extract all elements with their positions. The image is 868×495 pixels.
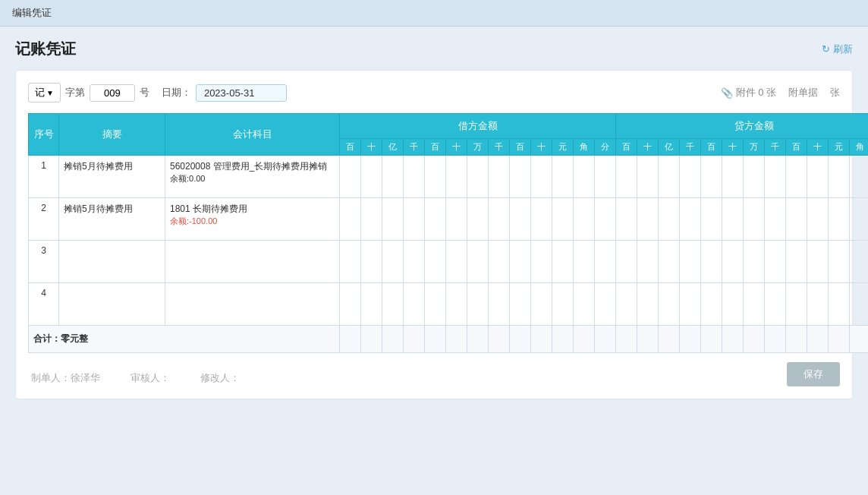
debit-d12: 角 xyxy=(574,139,595,156)
row3-summary[interactable] xyxy=(59,241,165,283)
table-row: 2 摊销5月待摊费用 1801 长期待摊费用 余额:-100.00 xyxy=(29,198,869,241)
row2-summary[interactable]: 摊销5月待摊费用 xyxy=(59,198,165,241)
title-bar: 编辑凭证 xyxy=(0,0,868,27)
debit-d11: 元 xyxy=(552,139,574,156)
row4-summary[interactable] xyxy=(59,283,165,326)
refresh-button[interactable]: ↻ 刷新 xyxy=(822,43,853,56)
row4-seq: 4 xyxy=(29,283,59,326)
date-group: 日期： xyxy=(162,84,287,102)
credit-d2: 十 xyxy=(637,139,659,156)
row3-account[interactable] xyxy=(165,241,340,283)
debit-d8: 千 xyxy=(489,139,510,156)
debit-d1: 百 xyxy=(340,139,361,156)
modifier-label: 修改人： xyxy=(200,371,240,385)
row1-seq: 1 xyxy=(29,156,59,198)
date-label: 日期： xyxy=(162,86,191,99)
save-button[interactable]: 保存 xyxy=(787,362,840,386)
attach-doc-label: 附单据 xyxy=(788,86,818,99)
row2-seq: 2 xyxy=(29,198,59,241)
credit-d8: 千 xyxy=(765,139,786,156)
debit-d3: 亿 xyxy=(382,139,404,156)
paperclip-icon: 📎 xyxy=(721,87,733,99)
debit-d13: 分 xyxy=(595,139,616,156)
row4-account[interactable] xyxy=(165,283,340,326)
main-content: 记账凭证 ↻ 刷新 记 ▼ 字第 号 日期： 📎 xyxy=(0,27,868,495)
debit-d7: 万 xyxy=(467,139,489,156)
credit-d4: 千 xyxy=(680,139,701,156)
voucher-table: 序号 摘要 会计科目 借方金额 贷方金额 百 十 亿 千 百 十 万 千 百 十 xyxy=(28,113,868,353)
header-account: 会计科目 xyxy=(165,114,340,156)
credit-d11: 元 xyxy=(829,139,850,156)
zhang-label: 张 xyxy=(830,86,840,99)
voucher-card: 记 ▼ 字第 号 日期： 📎 附件 0 张 附单据 张 xyxy=(15,70,853,399)
credit-d7: 万 xyxy=(744,139,765,156)
maker-label: 制单人：徐泽华 xyxy=(31,371,100,385)
table-row: 4 xyxy=(29,283,869,326)
type-group: 记 ▼ 字第 号 xyxy=(28,83,149,102)
chevron-down-icon: ▼ xyxy=(46,89,54,97)
debit-d2: 十 xyxy=(361,139,382,156)
debit-d4: 千 xyxy=(404,139,425,156)
debit-d9: 百 xyxy=(510,139,531,156)
row2-account[interactable]: 1801 长期待摊费用 余额:-100.00 xyxy=(165,198,340,241)
date-input[interactable] xyxy=(196,84,287,102)
credit-d12: 角 xyxy=(850,139,868,156)
total-row: 合计：零元整 xyxy=(29,326,869,353)
page-header: 记账凭证 ↻ 刷新 xyxy=(15,39,853,59)
debit-d6: 十 xyxy=(446,139,467,156)
zi-label: 字第 xyxy=(65,86,85,99)
header-seq: 序号 xyxy=(29,114,59,156)
title-bar-label: 编辑凭证 xyxy=(12,7,52,18)
header-summary: 摘要 xyxy=(59,114,165,156)
form-row: 记 ▼ 字第 号 日期： 📎 附件 0 张 附单据 张 xyxy=(28,83,840,102)
refresh-icon: ↻ xyxy=(822,43,830,55)
number-input[interactable] xyxy=(90,84,135,102)
debit-d10: 十 xyxy=(531,139,552,156)
header-debit: 借方金额 xyxy=(340,114,616,139)
credit-d6: 十 xyxy=(722,139,744,156)
row1-summary[interactable]: 摊销5月待摊费用 xyxy=(59,156,165,198)
credit-d5: 百 xyxy=(701,139,722,156)
credit-d1: 百 xyxy=(616,139,637,156)
attachment-link[interactable]: 📎 附件 0 张 xyxy=(721,86,776,99)
auditor-label: 审核人： xyxy=(131,371,170,385)
row1-account[interactable]: 56020008 管理费用_长期待摊费用摊销 余额:0.00 xyxy=(165,156,340,198)
header-credit: 贷方金额 xyxy=(616,114,868,139)
credit-d9: 百 xyxy=(786,139,807,156)
total-label: 合计：零元整 xyxy=(29,326,340,353)
page-title: 记账凭证 xyxy=(15,39,76,59)
footer-row: 制单人：徐泽华 审核人： 修改人： xyxy=(28,364,243,385)
debit-d5: 百 xyxy=(425,139,446,156)
credit-d10: 十 xyxy=(807,139,829,156)
type-dropdown[interactable]: 记 ▼ xyxy=(28,83,61,102)
row3-seq: 3 xyxy=(29,241,59,283)
hao-label: 号 xyxy=(140,86,149,99)
table-row: 3 xyxy=(29,241,869,283)
table-row: 1 摊销5月待摊费用 56020008 管理费用_长期待摊费用摊销 余额:0.0… xyxy=(29,156,869,198)
attachment-area: 📎 附件 0 张 附单据 张 xyxy=(721,86,840,99)
credit-d3: 亿 xyxy=(659,139,680,156)
